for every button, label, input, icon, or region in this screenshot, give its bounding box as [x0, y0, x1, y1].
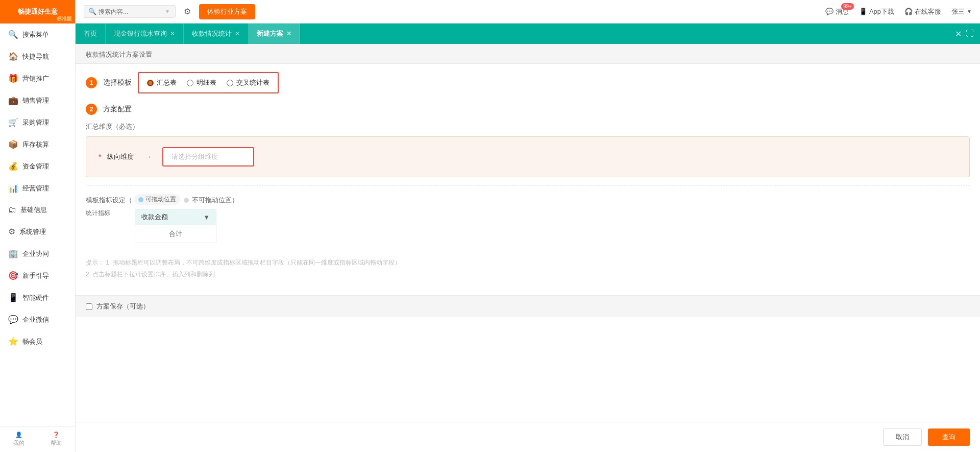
sidebar-footer-help[interactable]: ❓ 帮助: [51, 432, 62, 447]
draggable-indicator: 可拖动位置: [134, 194, 180, 205]
sidebar-label-basic-info: 基础信息: [20, 205, 47, 215]
indicator-tables-container: 统计指标 收款金额 ▼ 合计: [86, 209, 970, 243]
sidebar-item-inventory[interactable]: 📦 库存核算: [0, 133, 75, 155]
help-label: 帮助: [51, 439, 62, 447]
tab-new-plan-label: 新建方案: [257, 29, 283, 38]
query-button[interactable]: 查询: [928, 429, 970, 446]
cancel-button[interactable]: 取消: [883, 429, 922, 446]
sidebar-nav: 🔍 搜索菜单 🏠 快捷导航 🎁 营销推广 💼 销售管理 🛒 采购管理 📦 库存核…: [0, 23, 75, 426]
sidebar-item-operation[interactable]: 📊 经营管理: [0, 177, 75, 199]
sidebar-label-system: 系统管理: [19, 227, 46, 236]
radio-detail-input[interactable]: [187, 80, 193, 86]
sidebar-label-corp-wechat: 企业微信: [22, 315, 49, 324]
non-draggable-label: 不可拖动位置）: [192, 196, 238, 204]
radio-summary-input[interactable]: [147, 80, 154, 86]
header-right: 💬 消息 99+ 📱 App下载 🎧 在线客服 张三 ▼: [825, 7, 972, 16]
radio-detail-label[interactable]: 明细表: [197, 78, 216, 87]
radio-summary-label[interactable]: 汇总表: [157, 78, 177, 87]
content-area: 收款情况统计方案设置 1 选择模板 汇总表: [76, 44, 980, 422]
indicators-label: 模板指标设定（ 可拖动位置 不可拖动位置）: [86, 194, 238, 205]
tab-bank[interactable]: 现金银行流水查询 ✕: [106, 23, 184, 44]
message-icon: 💬: [825, 8, 834, 15]
trial-button[interactable]: 体验行业方案: [199, 4, 255, 19]
basic-info-icon: 🗂: [8, 205, 16, 215]
step2-badge: 2: [86, 104, 97, 115]
tab-home[interactable]: 首页: [76, 23, 106, 44]
dimension-table: * 纵向维度 → 请选择分组维度: [86, 136, 970, 177]
sidebar-item-marketing[interactable]: 🎁 营销推广: [0, 67, 75, 89]
tab-controls: ✕ ⛶: [955, 29, 980, 39]
main-area: 🔍 ▼ ⚙ 体验行业方案 💬 消息 99+ 📱 App下载 🎧 在线客服 张三 …: [76, 0, 980, 452]
sidebar-footer-user[interactable]: 👤 我的: [13, 432, 24, 447]
stat-label-block: 统计指标: [86, 209, 127, 221]
sidebar-item-system[interactable]: ⚙ 系统管理: [0, 221, 75, 243]
edition-badge: 标准版: [57, 15, 72, 22]
sidebar-item-finance[interactable]: 💰 资金管理: [0, 155, 75, 177]
tab-receipt[interactable]: 收款情况统计 ✕: [184, 23, 249, 44]
tab-close-all-icon[interactable]: ✕: [955, 29, 962, 39]
service-btn[interactable]: 🎧 在线客服: [904, 7, 941, 16]
save-checkbox[interactable]: [86, 303, 92, 310]
sidebar-item-purchase[interactable]: 🛒 采购管理: [0, 111, 75, 133]
tab-bank-close[interactable]: ✕: [170, 30, 175, 37]
sidebar-label-purchase: 采购管理: [22, 118, 49, 127]
search-area[interactable]: 🔍 ▼: [84, 5, 176, 18]
finance-icon: 💰: [8, 161, 18, 171]
sidebar-item-member[interactable]: ⭐ 畅会员: [0, 330, 75, 352]
notification-badge: 99+: [841, 3, 854, 10]
user-label: 我的: [13, 439, 24, 447]
draggable-label: 可拖动位置: [145, 195, 176, 204]
username-label: 张三: [951, 7, 965, 16]
sidebar-item-quick-nav[interactable]: 🏠 快捷导航: [0, 45, 75, 67]
page-title: 收款情况统计方案设置: [86, 51, 152, 58]
radio-cross-label[interactable]: 交叉统计表: [236, 78, 270, 87]
indicator-chevron-icon[interactable]: ▼: [203, 213, 210, 221]
sidebar-item-search-menu[interactable]: 🔍 搜索菜单: [0, 23, 75, 45]
notification-btn[interactable]: 💬 消息 99+: [825, 7, 849, 16]
radio-cross[interactable]: 交叉统计表: [227, 78, 270, 87]
non-draggable-text: 不可拖动位置）: [184, 196, 238, 204]
sidebar-item-guide[interactable]: 🎯 新手引导: [0, 265, 75, 287]
sidebar-item-smart-hw[interactable]: 📱 智能硬件: [0, 287, 75, 308]
dimension-title: 汇总维度（必选）: [86, 122, 970, 131]
dim-select-box[interactable]: 请选择分组维度: [162, 147, 254, 166]
radio-cross-input[interactable]: [227, 80, 233, 86]
save-section: 方案保存（可选）: [76, 295, 980, 317]
search-input[interactable]: [99, 8, 165, 15]
tab-bank-label: 现金银行流水查询: [114, 29, 167, 38]
sidebar-item-basic-info[interactable]: 🗂 基础信息: [0, 199, 75, 221]
radio-summary[interactable]: 汇总表: [147, 78, 177, 87]
divider: [86, 185, 970, 186]
tip1-text: 提示： 1. 拖动标题栏可以调整布局，不可跨维度或指标区域拖动栏目字段（只能在同…: [86, 258, 401, 267]
sidebar-item-corp-wechat[interactable]: 💬 企业微信: [0, 308, 75, 330]
sidebar-label-member: 畅会员: [22, 337, 42, 346]
tab-expand-icon[interactable]: ⛶: [966, 29, 974, 38]
radio-detail[interactable]: 明细表: [187, 78, 216, 87]
save-label[interactable]: 方案保存（可选）: [96, 302, 150, 311]
settings-icon[interactable]: ⚙: [184, 7, 191, 16]
step1-badge: 1: [86, 77, 97, 88]
bottom-action-bar: 取消 查询: [76, 422, 980, 452]
tab-new-plan-close[interactable]: ✕: [286, 30, 291, 37]
download-icon: 📱: [859, 8, 867, 15]
guide-icon: 🎯: [8, 271, 18, 280]
user-name-btn[interactable]: 张三 ▼: [951, 7, 972, 16]
sidebar-item-sales[interactable]: 💼 销售管理: [0, 89, 75, 111]
logo-text: 畅捷通好生意: [18, 7, 58, 16]
marketing-icon: 🎁: [8, 74, 18, 83]
quick-nav-icon: 🏠: [8, 52, 18, 61]
sidebar-item-corp-collab[interactable]: 🏢 企业协同: [0, 243, 75, 265]
download-btn[interactable]: 📱 App下载: [859, 7, 894, 16]
tab-receipt-close[interactable]: ✕: [235, 30, 240, 37]
system-icon: ⚙: [8, 227, 15, 236]
dimension-row: * 纵向维度 → 请选择分组维度: [99, 147, 957, 166]
sidebar-label-operation: 经营管理: [22, 184, 49, 193]
help-icon: ❓: [53, 432, 60, 438]
draggable-dot: [138, 197, 143, 202]
tab-new-plan[interactable]: 新建方案 ✕: [249, 23, 300, 44]
radio-group: 汇总表 明细表 交叉统计表: [147, 78, 270, 87]
page-header: 收款情况统计方案设置: [76, 44, 980, 64]
search-menu-icon: 🔍: [8, 30, 18, 39]
step2-row: 2 方案配置: [86, 104, 970, 115]
corp-wechat-icon: 💬: [8, 315, 18, 324]
